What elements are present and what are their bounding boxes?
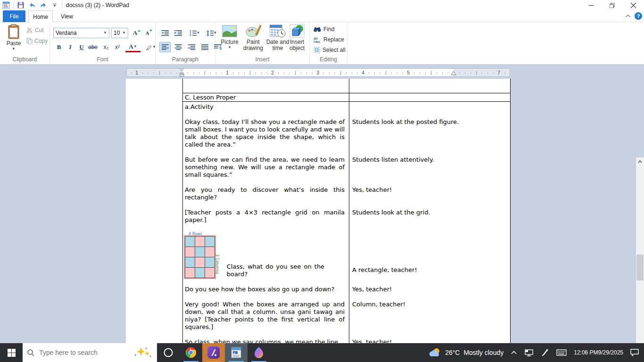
font-color-button[interactable]: A ▼ [125, 42, 140, 52]
students-cell[interactable]: Students look at the posted figure. [349, 118, 510, 148]
insert-picture-button[interactable]: Picture ▼ [218, 24, 241, 49]
italic-button[interactable]: I [65, 42, 76, 52]
font-size-select[interactable]: 10 ▼ [111, 28, 128, 38]
minimize-button[interactable] [580, 0, 602, 10]
decrease-indent-button[interactable] [159, 28, 171, 38]
justify-button[interactable] [199, 42, 210, 52]
ruler-tick [244, 73, 245, 74]
ruler-tick [159, 71, 160, 75]
copy-button[interactable]: Copy [26, 38, 48, 44]
ruler-number: 1 [133, 70, 140, 75]
align-right-button[interactable] [186, 42, 197, 52]
students-cell[interactable]: Column, teacher! [349, 301, 510, 331]
start-button[interactable] [0, 343, 23, 362]
search-input[interactable] [39, 349, 129, 356]
ruler-tick [448, 73, 448, 74]
select-all-button[interactable]: Select all [314, 47, 346, 53]
action-center-button[interactable] [627, 343, 642, 362]
vertical-scrollbar[interactable] [636, 157, 644, 343]
group-paragraph: ▼ ▼ Paragraph [156, 22, 215, 64]
windows-ink-button[interactable] [538, 343, 552, 362]
paste-button[interactable]: Paste ▼ [4, 24, 24, 57]
paint-3d-icon [254, 346, 264, 359]
restore-button[interactable] [602, 0, 623, 10]
tray-overflow-button[interactable] [508, 343, 520, 362]
search-highlights-icon[interactable] [133, 346, 152, 359]
align-center-button[interactable] [173, 42, 184, 52]
insert-object-button[interactable]: Insert object [286, 24, 308, 51]
grid-cell [185, 257, 195, 267]
cortana-button[interactable] [157, 343, 180, 362]
taskbar-app-slash-button[interactable] [202, 343, 225, 362]
find-button[interactable]: Find [314, 26, 334, 33]
quick-access-toolbar [0, 1, 62, 9]
teacher-cell[interactable]: Okay class, today I’ll show you a rectan… [183, 118, 349, 148]
cut-label: Cut [35, 27, 44, 33]
close-button[interactable] [623, 0, 644, 10]
chevron-down-icon: ▼ [133, 45, 137, 48]
ruler-tick [205, 71, 205, 75]
students-cell[interactable]: Yes, teacher! [349, 338, 510, 343]
paint-drawing-button[interactable]: Paint drawing [243, 24, 264, 51]
grid-cell [185, 268, 195, 278]
increase-indent-button[interactable] [173, 28, 184, 38]
taskbar-wordpad-button[interactable]: A [225, 343, 248, 362]
ruler[interactable]: 1123457 [126, 68, 510, 77]
underline-button[interactable]: U [76, 42, 87, 52]
teacher-cell[interactable]: Do you see how the boxes also go up and … [183, 286, 349, 293]
tab-home[interactable]: Home [28, 10, 53, 23]
students-cell[interactable]: Students look at the grid. [349, 209, 510, 224]
scroll-up-icon[interactable] [636, 157, 644, 165]
teacher-cell[interactable]: [Teacher posts a 4×3 rectangle grid on m… [183, 209, 349, 224]
network-tray-button[interactable] [521, 343, 537, 362]
replace-button[interactable]: abac Replace [314, 36, 344, 43]
subscript-button[interactable]: x₂ [100, 42, 112, 52]
collapse-ribbon-icon[interactable] [625, 14, 631, 18]
cut-button[interactable]: Cut [26, 27, 44, 33]
shrink-font-button[interactable]: A [143, 28, 155, 38]
teacher-cell[interactable]: So class, when we say columns, we mean t… [183, 338, 349, 343]
touch-keyboard-button[interactable] [553, 343, 570, 362]
help-icon[interactable]: ? [635, 12, 642, 20]
students-cell[interactable]: Students listen attentively. [349, 156, 510, 179]
students-cell[interactable]: A rectangle, teacher! [349, 231, 510, 278]
table-row: C. Lesson Proper [182, 93, 511, 102]
teacher-cell[interactable]: Are you ready to discover what’s inside … [183, 186, 349, 201]
weather-widget[interactable]: 26°C Mostly cloudy [425, 343, 507, 362]
teacher-cell[interactable]: a.Activity [183, 103, 349, 111]
undo-button[interactable] [28, 1, 36, 9]
indent-marker[interactable] [180, 68, 184, 77]
font-family-select[interactable]: Verdana ▼ [53, 28, 109, 38]
scrollbar-thumb[interactable] [636, 255, 644, 280]
grid-figure[interactable]: 4 Rows3 Columns [185, 231, 221, 278]
align-left-button[interactable] [159, 42, 171, 52]
font-color-letter: A [129, 43, 133, 50]
superscript-button[interactable]: x² [112, 42, 123, 52]
save-button[interactable] [17, 1, 25, 9]
list-button[interactable]: ▼ [187, 28, 203, 38]
document-page[interactable]: C. Lesson Proper a.ActivityOkay class, t… [126, 79, 511, 343]
teacher-cell[interactable]: 4 Rows3 ColumnsClass, what do you see on… [183, 231, 349, 278]
grow-font-button[interactable]: A [131, 28, 142, 38]
ruler-tick [380, 73, 380, 74]
taskbar-search[interactable] [23, 343, 157, 362]
lesson-row: Okay class, today I’ll show you a rectan… [183, 118, 510, 148]
ruler-tick [369, 73, 369, 74]
customize-quick-access-button[interactable] [50, 1, 59, 9]
students-cell[interactable]: Yes, teacher! [349, 286, 510, 293]
right-indent-marker[interactable] [451, 71, 456, 75]
tab-view[interactable]: View [56, 10, 78, 22]
strikethrough-button[interactable]: abe [87, 42, 99, 52]
ruler-tick [267, 73, 267, 74]
teacher-cell[interactable]: Very good! When the boxes are arranged u… [183, 301, 349, 331]
tab-file[interactable]: File [3, 10, 25, 22]
taskbar-paint3d-button[interactable] [248, 343, 270, 362]
redo-button[interactable] [39, 1, 48, 9]
clock-widget[interactable]: 12:06 PM 9/29/2025 [571, 343, 626, 362]
students-cell[interactable] [349, 103, 510, 111]
bold-button[interactable]: B [53, 42, 65, 52]
students-cell[interactable]: Yes, teacher! [349, 186, 510, 201]
taskbar-chrome-button[interactable] [180, 343, 202, 362]
teacher-cell[interactable]: But before we can find the area, we need… [183, 156, 349, 179]
find-label: Find [323, 26, 334, 33]
